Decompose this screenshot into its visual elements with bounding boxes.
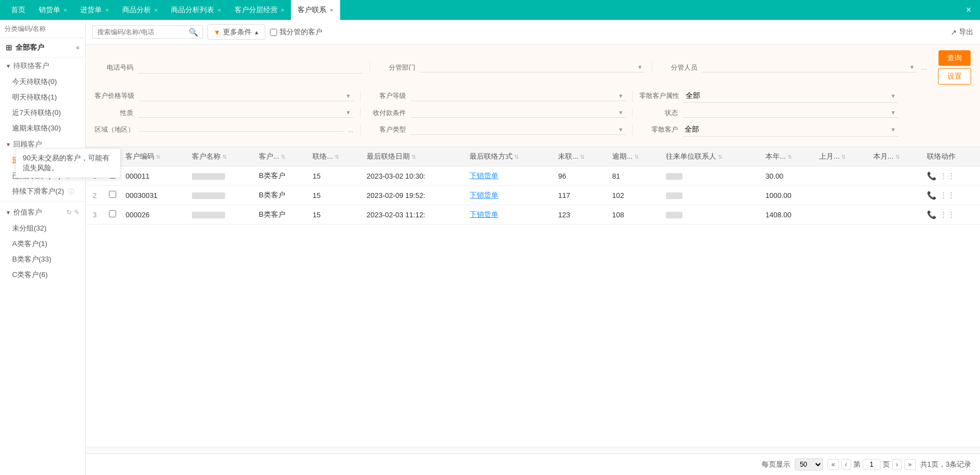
next-page-btn[interactable]: › <box>892 459 902 470</box>
filter-customer-type: 客户类型 ▼ <box>367 125 626 135</box>
sidebar-group-value[interactable]: ▼ 价值客户 ↻ ✎ <box>0 204 85 221</box>
sidebar-group-pending[interactable]: ▼ 待联络客户 <box>0 58 85 74</box>
filter-dept-select[interactable]: ▼ <box>420 62 645 72</box>
last-page-btn[interactable]: » <box>904 459 916 470</box>
filter-customer-type-select[interactable]: ▼ <box>410 125 626 135</box>
filter-more-1[interactable]: ... <box>921 64 927 71</box>
row-last-way[interactable]: 下销货单 <box>465 205 554 225</box>
close-all-btn[interactable]: × <box>962 5 976 15</box>
close-customer-contact-icon[interactable]: × <box>330 7 333 13</box>
filter-region-select[interactable] <box>139 128 343 132</box>
settings-button[interactable]: 设置 <box>938 68 971 85</box>
toolbar-search-input[interactable] <box>97 28 189 36</box>
query-button[interactable]: 查询 <box>939 50 971 66</box>
sort-uncontacted-icon[interactable]: ⇅ <box>580 154 585 160</box>
refresh-icon[interactable]: ↻ <box>66 208 72 216</box>
nav-customer-tier[interactable]: 客户分层经营 × <box>228 0 291 20</box>
nav-purchase[interactable]: 进货单 × <box>74 0 115 20</box>
sort-person-icon[interactable]: ⇅ <box>718 154 722 160</box>
chevron-up-icon: ▲ <box>254 29 259 35</box>
sort-overdue-icon[interactable]: ⇅ <box>634 154 639 160</box>
more-action-icon[interactable]: ⋮⋮ <box>940 210 955 219</box>
row-num: 3 <box>86 205 103 225</box>
sidebar-item-7days[interactable]: 近7天待联络(0) <box>0 105 85 121</box>
row-last-way[interactable]: 下销货单 <box>465 166 554 186</box>
filter-customer-level-label: 客户等级 <box>367 91 406 101</box>
sort-this-year-icon[interactable]: ⇅ <box>788 154 792 160</box>
prev-page-btn[interactable]: ‹ <box>841 459 851 470</box>
row-checkbox[interactable] <box>109 210 116 217</box>
row-contact-count: 15 <box>308 205 362 225</box>
more-conditions-btn[interactable]: ▼ 更多条件 ▲ <box>207 24 265 40</box>
filter-price-level-select[interactable]: ▼ <box>139 91 353 101</box>
close-customer-tier-icon[interactable]: × <box>281 7 284 13</box>
row-this-year: 1000.00 <box>761 186 815 205</box>
sidebar-search-input[interactable] <box>4 25 86 33</box>
sidebar-item-class-b[interactable]: B类客户(33) <box>0 252 85 267</box>
sidebar-search-area: 🔍 <box>0 20 85 38</box>
filter-payment-select[interactable]: ▼ <box>410 108 626 118</box>
col-code: 客户编码 ⇅ <box>121 147 187 166</box>
row-last-month <box>815 186 868 205</box>
close-purchase-icon[interactable]: × <box>105 7 108 13</box>
sidebar-all-customers[interactable]: ⊞ 全部客户 « <box>0 38 85 58</box>
toolbar-search-icon[interactable]: 🔍 <box>189 28 198 36</box>
nav-sales[interactable]: 销货单 × <box>32 0 74 20</box>
contact-action-icon[interactable]: 📞 <box>927 191 936 200</box>
sidebar-item-class-a[interactable]: A类客户(1) <box>0 236 85 252</box>
filter-row-4: 区域（地区） ... 客户类型 ▼ 零散客户 全 <box>95 123 971 137</box>
nav-home[interactable]: 首页 <box>4 0 32 20</box>
edit-icon[interactable]: ✎ <box>74 208 80 216</box>
page-number-input[interactable] <box>863 459 880 470</box>
sort-last-date-icon[interactable]: ⇅ <box>411 154 416 160</box>
more-action-icon[interactable]: ⋮⋮ <box>940 171 955 180</box>
col-name: 客户名称 ⇅ <box>187 147 254 166</box>
price-level-chevron-icon: ▼ <box>346 93 351 99</box>
sidebar-item-overdue[interactable]: 逾期未联络(30) <box>0 121 85 136</box>
first-page-btn[interactable]: « <box>827 459 839 470</box>
sort-contact-icon[interactable]: ⇅ <box>335 154 339 160</box>
filter-retail-customer-label: 零散客户 <box>639 125 678 134</box>
more-action-icon[interactable]: ⋮⋮ <box>940 191 955 200</box>
sidebar-item-today[interactable]: 今天待联络(0) <box>0 74 85 90</box>
sidebar-item-tomorrow[interactable]: 明天待联络(1) <box>0 90 85 105</box>
export-btn[interactable]: ↗ 导出 <box>951 27 973 37</box>
horizontal-scrollbar[interactable] <box>86 447 980 453</box>
my-customers-checkbox[interactable] <box>270 29 277 36</box>
close-sales-icon[interactable]: × <box>64 7 67 13</box>
filter-nature-select[interactable]: ▼ <box>138 108 353 118</box>
sort-type-icon[interactable]: ⇅ <box>281 154 285 160</box>
col-overdue: 逾期... ⇅ <box>608 147 661 166</box>
nav-product-analysis-list[interactable]: 商品分析列表 × <box>164 0 227 20</box>
per-page-select[interactable]: 50 20 100 <box>795 458 823 471</box>
row-person <box>661 205 761 225</box>
filter-customer-level-select[interactable]: ▼ <box>410 91 626 101</box>
close-product-analysis-icon[interactable]: × <box>154 7 158 13</box>
nav-customer-contact[interactable]: 客户联系 × <box>291 0 340 20</box>
row-overdue: 81 <box>608 166 661 186</box>
filter-manager-select[interactable]: ▼ <box>702 62 917 72</box>
collapse-icon[interactable]: « <box>76 44 80 51</box>
sort-name-icon[interactable]: ⇅ <box>222 154 227 160</box>
sidebar-item-class-c[interactable]: C类客户(6) <box>0 267 85 283</box>
contact-action-icon[interactable]: 📞 <box>927 210 936 219</box>
row-uncontacted: 117 <box>554 186 607 205</box>
filter-more-2[interactable]: ... <box>348 126 353 134</box>
contact-action-icon[interactable]: 📞 <box>927 171 936 180</box>
row-checkbox[interactable] <box>109 191 116 198</box>
sort-last-way-icon[interactable]: ⇅ <box>514 154 519 160</box>
sort-code-icon[interactable]: ⇅ <box>156 154 160 160</box>
sort-last-month-icon[interactable]: ⇅ <box>841 154 846 160</box>
sidebar-item-ungrouped[interactable]: 未分组(32) <box>0 221 85 236</box>
row-last-way[interactable]: 下销货单 <box>465 186 554 205</box>
row-person <box>661 186 761 205</box>
filter-retail-attr-select[interactable]: 全部▼ <box>684 89 898 103</box>
close-product-analysis-list-icon[interactable]: × <box>217 7 221 13</box>
row-overdue: 108 <box>608 205 661 225</box>
filter-phone-input[interactable] <box>138 62 363 74</box>
nav-product-analysis[interactable]: 商品分析 × <box>116 0 164 20</box>
sidebar-item-declining[interactable]: 持续下滑客户(2) ⓘ <box>0 184 85 199</box>
sort-this-month-icon[interactable]: ⇅ <box>895 154 900 160</box>
filter-retail-customer-select[interactable]: 全部▼ <box>682 123 898 137</box>
filter-status-select[interactable]: ▼ <box>682 108 898 118</box>
